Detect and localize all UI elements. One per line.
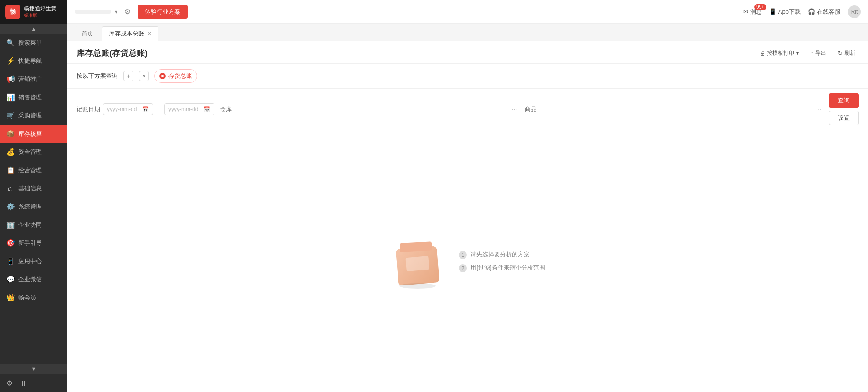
export-btn[interactable]: ↑ 导出 [807,47,830,59]
refresh-icon: ↻ [838,50,842,56]
member-icon: 👑 [6,294,15,302]
warehouse-input[interactable] [235,104,507,115]
sidebar-scroll-down[interactable]: ▼ [0,364,67,374]
purchase-icon: 🛒 [6,112,15,120]
filter-bar-label: 按以下方案查询 [77,72,118,80]
topbar-arrow-icon[interactable]: ▾ [115,9,117,15]
system-icon: ⚙️ [6,203,15,211]
tip-num-2: 2 [459,264,467,272]
topbar-right: ✉ 消息 99+ 📱 App下载 🎧 在线客服 Rit [743,5,861,18]
settings-btn[interactable]: 设置 [829,111,859,125]
settings-icon[interactable]: ⚙ [6,379,13,387]
sidebar-item-inventory[interactable]: 📦 库存核算 [0,125,67,143]
add-scheme-btn[interactable]: + [123,71,133,81]
messages-btn[interactable]: ✉ 消息 99+ [743,8,762,16]
tab-inventory-label: 库存成本总账 [109,30,144,38]
sidebar-item-operations[interactable]: 📋 经营管理 [0,161,67,179]
tabbar: 首页 库存成本总账 ✕ [67,24,868,41]
date-separator: — [156,106,162,113]
sidebar-item-basic-info[interactable]: 🗂 基础信息 [0,179,67,198]
sidebar-label-quick-nav: 快捷导航 [18,57,42,65]
sidebar-label-finance: 资金管理 [18,148,42,156]
tab-close-icon[interactable]: ✕ [147,31,152,36]
refresh-btn[interactable]: ↻ 刷新 [834,47,859,59]
message-icon: ✉ [743,8,748,15]
sidebar-item-search[interactable]: 🔍 搜索菜单 [0,34,67,52]
tab-home[interactable]: 首页 [75,26,100,41]
sidebar-item-newbie[interactable]: 🎯 新手引导 [0,234,67,252]
audio-icon[interactable]: ⏸ [20,379,27,387]
sidebar-item-system[interactable]: ⚙️ 系统管理 [0,198,67,216]
print-arrow-icon: ▾ [796,50,799,56]
warehouse-filter: 仓库 ··· [220,104,519,115]
sidebar-item-app-center[interactable]: 📱 应用中心 [0,252,67,270]
sidebar-label-basic-info: 基础信息 [18,184,42,193]
calendar-start-icon: 📅 [142,106,149,112]
date-end-input[interactable]: yyyy-mm-dd 📅 [164,103,214,115]
sidebar-item-purchase[interactable]: 🛒 采购管理 [0,107,67,125]
collapse-filter-btn[interactable]: « [139,71,149,81]
page-header: 库存总账(存货总账) 🖨 按模板打印 ▾ ↑ 导出 ↻ 刷新 [67,41,868,64]
nav-preview [75,10,111,14]
sidebar-item-corp-wechat[interactable]: 💬 企业微信 [0,270,67,289]
topbar-left: ▾ ⚙ 体验行业方案 [75,5,738,19]
print-btn[interactable]: 🖨 按模板打印 ▾ [756,47,802,59]
empty-tips: 1 请先选择要分析的方案 2 用[过滤]条件来缩小分析范围 [459,250,545,272]
tip-text-2: 用[过滤]条件来缩小分析范围 [470,264,545,272]
sidebar-scroll-up[interactable]: ▲ [0,24,67,34]
online-support-btn[interactable]: 🎧 在线客服 [808,8,841,16]
sidebar-item-sales[interactable]: 📊 销售管理 [0,88,67,107]
sidebar-nav: 🔍 搜索菜单 ⚡ 快捷导航 📢 营销推广 📊 销售管理 🛒 采购管理 📦 库存核… [0,34,67,364]
tip-text-1: 请先选择要分析的方案 [470,250,530,259]
date-filter-label: 记账日期 [77,105,100,113]
sidebar-item-enterprise[interactable]: 🏢 企业协同 [0,216,67,234]
tip-num-1: 1 [459,251,467,259]
main-area: ▾ ⚙ 体验行业方案 ✉ 消息 99+ 📱 App下载 🎧 在线客服 Rit [67,0,868,392]
scheme-item[interactable]: 存货总账 [154,69,197,83]
empty-state: 1 请先选择要分析的方案 2 用[过滤]条件来缩小分析范围 [67,130,868,392]
goods-more-icon[interactable]: ··· [814,106,823,113]
empty-box-icon [396,246,440,286]
logo-icon: 畅 [5,5,20,19]
quick-nav-icon: ⚡ [6,57,15,65]
search-menu-icon: 🔍 [6,39,15,47]
topbar-gear-btn[interactable]: ⚙ [121,5,134,18]
sidebar-bottom: ⚙ ⏸ [0,374,67,392]
sidebar-label-app-center: 应用中心 [18,257,42,265]
enterprise-icon: 🏢 [6,221,15,229]
sidebar-label-enterprise: 企业协同 [18,221,42,229]
app-download-btn[interactable]: 📱 App下载 [769,8,801,16]
empty-tip-2: 2 用[过滤]条件来缩小分析范围 [459,264,545,272]
trial-industry-btn[interactable]: 体验行业方案 [138,5,188,19]
support-icon: 🎧 [808,8,815,15]
sidebar-label-corp-wechat: 企业微信 [18,275,42,284]
calendar-end-icon: 📅 [204,106,210,112]
sidebar-label-operations: 经营管理 [18,166,42,174]
topbar: ▾ ⚙ 体验行业方案 ✉ 消息 99+ 📱 App下载 🎧 在线客服 Rit [67,0,868,24]
scheme-label: 存货总账 [168,72,192,80]
sidebar-label-marketing: 营销推广 [18,75,42,83]
warehouse-more-icon[interactable]: ··· [510,106,519,113]
tab-inventory-cost[interactable]: 库存成本总账 ✕ [102,26,158,41]
scheme-dot-icon [159,73,166,79]
corp-wechat-icon: 💬 [6,275,15,284]
sidebar-label-sales: 销售管理 [18,93,42,102]
query-btn[interactable]: 查询 [829,93,859,108]
sidebar-label-newbie: 新手引导 [18,239,42,247]
date-start-input[interactable]: yyyy-mm-dd 📅 [103,103,153,115]
empty-illustration [390,234,445,289]
goods-filter: 商品 ··· [525,104,824,115]
sales-icon: 📊 [6,93,15,102]
sidebar-item-finance[interactable]: 💰 资金管理 [0,143,67,161]
print-icon: 🖨 [760,50,765,56]
sidebar-item-member[interactable]: 👑 畅会员 [0,289,67,307]
user-avatar[interactable]: Rit [848,5,861,18]
sidebar-item-marketing[interactable]: 📢 营销推广 [0,70,67,88]
app-download-icon: 📱 [769,8,776,15]
date-filter: 记账日期 yyyy-mm-dd 📅 — yyyy-mm-dd 📅 [77,103,214,115]
sidebar-item-quick-nav[interactable]: ⚡ 快捷导航 [0,52,67,70]
app-center-icon: 📱 [6,257,15,265]
filter-actions: 查询 设置 [829,93,859,125]
goods-input[interactable] [539,104,812,115]
message-badge: 99+ [754,4,766,10]
